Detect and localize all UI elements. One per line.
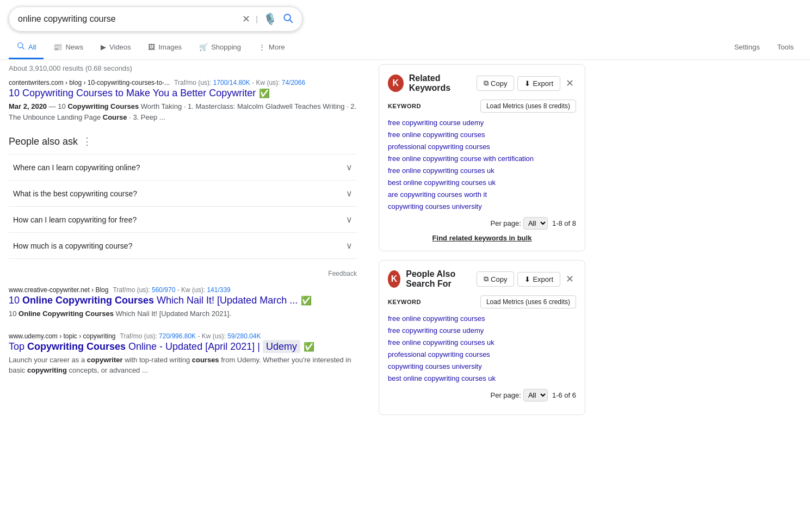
panel-title-row: K Related Keywords bbox=[388, 73, 477, 93]
find-related-keywords-bulk-link[interactable]: Find related keywords in bulk bbox=[388, 234, 576, 242]
result-title-2[interactable]: 10 Online Copywriting Courses Which Nail… bbox=[9, 295, 357, 306]
feedback-label[interactable]: Feedback bbox=[328, 270, 357, 277]
pagination-range: 1-8 of 8 bbox=[552, 219, 576, 227]
verified-icon-2: ✅ bbox=[301, 295, 312, 306]
keyword-link[interactable]: free copywriting course udemy bbox=[388, 119, 484, 127]
tab-images[interactable]: 🖼 Images bbox=[140, 38, 189, 58]
keyword-link[interactable]: free copywriting course udemy bbox=[388, 326, 484, 335]
export-icon-2: ⬇ bbox=[524, 275, 530, 283]
paa-more-icon[interactable]: ⋮ bbox=[82, 135, 92, 147]
news-tab-icon: 📰 bbox=[53, 43, 62, 51]
result-url-2: www.creative-copywriter.net › Blog Traf/… bbox=[9, 286, 357, 294]
all-tab-icon bbox=[16, 41, 25, 52]
related-keywords-copy-button[interactable]: ⧉ Copy bbox=[477, 76, 514, 91]
list-item: copywriting courses university bbox=[388, 362, 576, 370]
related-keywords-export-button[interactable]: ⬇ Export bbox=[517, 76, 560, 91]
search-input[interactable] bbox=[18, 14, 242, 24]
keyword-link[interactable]: best online copywriting courses uk bbox=[388, 178, 496, 187]
microphone-icon[interactable]: 🎙️ bbox=[263, 13, 277, 26]
right-column: K Related Keywords ⧉ Copy ⬇ Export ✕ KE bbox=[379, 64, 585, 424]
keyword-link[interactable]: free online copywriting courses uk bbox=[388, 166, 494, 175]
related-keywords-panel: K Related Keywords ⧉ Copy ⬇ Export ✕ KE bbox=[379, 64, 585, 251]
clear-icon[interactable]: ✕ bbox=[242, 13, 250, 25]
per-page-selector-2: Per page: All 10 25 bbox=[491, 389, 548, 401]
list-item: free online copywriting courses bbox=[388, 130, 576, 139]
tools-label: Tools bbox=[777, 43, 794, 51]
search-result-1: contentwriters.com › blog › 10-copywriti… bbox=[9, 79, 357, 122]
paa-item-3[interactable]: How can I learn copywriting for free? ∨ bbox=[9, 206, 357, 232]
related-keywords-close-button[interactable]: ✕ bbox=[564, 77, 576, 89]
result-title-3[interactable]: Top Copywriting Courses Online - Updated… bbox=[9, 341, 357, 352]
paa-question-4: How much is a copywriting course? bbox=[13, 242, 132, 250]
people-search-close-button[interactable]: ✕ bbox=[564, 273, 576, 285]
tab-more-label: More bbox=[269, 43, 285, 51]
images-tab-icon: 🖼 bbox=[148, 43, 155, 51]
search-result-2: www.creative-copywriter.net › Blog Traf/… bbox=[9, 286, 357, 319]
people-also-search-panel: K People Also Search For ⧉ Copy ⬇ Export… bbox=[379, 260, 585, 415]
related-keywords-column-header: KEYWORD Load Metrics (uses 8 credits) bbox=[388, 100, 576, 113]
people-search-pagination: Per page: All 10 25 1-6 of 6 bbox=[388, 389, 576, 401]
keyword-link[interactable]: free online copywriting courses bbox=[388, 314, 485, 323]
list-item: free copywriting course udemy bbox=[388, 118, 576, 127]
panel-actions: ⧉ Copy ⬇ Export ✕ bbox=[477, 76, 576, 91]
pagination-range-2: 1-6 of 6 bbox=[552, 391, 576, 399]
keyword-link[interactable]: are copywriting courses worth it bbox=[388, 190, 487, 199]
tab-news[interactable]: 📰 News bbox=[46, 38, 91, 58]
keyword-link[interactable]: free online copywriting courses uk bbox=[388, 338, 494, 347]
result-url-3: www.udemy.com › topic › copywriting Traf… bbox=[9, 332, 357, 340]
search-bar-container: ✕ | 🎙️ bbox=[0, 0, 810, 32]
paa-chevron-2: ∨ bbox=[346, 188, 353, 199]
result-desc-1: Mar 2, 2020 — 10 Copywriting Courses Wor… bbox=[9, 101, 357, 122]
per-page-selector: Per page: All 10 25 bbox=[491, 217, 548, 230]
related-keywords-list: free copywriting course udemy free onlin… bbox=[388, 118, 576, 211]
more-tab-icon: ⋮ bbox=[258, 43, 265, 51]
paa-item-4[interactable]: How much is a copywriting course? ∨ bbox=[9, 232, 357, 259]
panel-title-row-2: K People Also Search For bbox=[388, 269, 477, 289]
people-also-search-header: K People Also Search For ⧉ Copy ⬇ Export… bbox=[388, 269, 576, 289]
svg-line-3 bbox=[22, 47, 24, 50]
people-search-copy-button[interactable]: ⧉ Copy bbox=[477, 271, 514, 287]
people-search-export-button[interactable]: ⬇ Export bbox=[517, 272, 560, 287]
related-keywords-pagination: Per page: All 10 25 1-8 of 8 bbox=[388, 217, 576, 230]
paa-item-2[interactable]: What is the best copywriting course? ∨ bbox=[9, 180, 357, 206]
result-title-1[interactable]: 10 Copywriting Courses to Make You a Bet… bbox=[9, 88, 357, 99]
list-item: free online copywriting courses bbox=[388, 314, 576, 323]
tools-tab[interactable]: Tools bbox=[770, 38, 801, 58]
people-also-search-title: People Also Search For bbox=[406, 269, 477, 289]
per-page-select-2[interactable]: All 10 25 bbox=[523, 389, 548, 401]
copy-icon-2: ⧉ bbox=[484, 275, 489, 283]
related-keywords-header: K Related Keywords ⧉ Copy ⬇ Export ✕ bbox=[388, 73, 576, 93]
tab-videos-label: Videos bbox=[109, 43, 131, 51]
paa-title: People also ask bbox=[9, 136, 78, 147]
tab-images-label: Images bbox=[158, 43, 182, 51]
svg-line-1 bbox=[290, 20, 293, 22]
verified-icon-1: ✅ bbox=[259, 88, 270, 98]
k-logo: K bbox=[388, 75, 404, 92]
tab-news-label: News bbox=[65, 43, 83, 51]
paa-chevron-4: ∨ bbox=[346, 240, 353, 251]
per-page-select[interactable]: All 10 25 bbox=[523, 217, 548, 230]
results-count: About 3,910,000 results (0.68 seconds) bbox=[9, 64, 357, 72]
search-result-3: www.udemy.com › topic › copywriting Traf… bbox=[9, 332, 357, 376]
tab-more[interactable]: ⋮ More bbox=[251, 38, 293, 58]
settings-tab[interactable]: Settings bbox=[727, 38, 768, 58]
tab-videos[interactable]: ▶ Videos bbox=[93, 38, 139, 58]
keyword-link[interactable]: professional copywriting courses bbox=[388, 143, 490, 151]
tab-all[interactable]: All bbox=[9, 36, 44, 59]
tab-shopping-label: Shopping bbox=[211, 43, 241, 51]
search-icon[interactable] bbox=[282, 13, 293, 26]
related-keywords-title: Related Keywords bbox=[409, 73, 477, 93]
search-tabs: All 📰 News ▶ Videos 🖼 Images 🛒 Shopping … bbox=[0, 32, 810, 60]
keyword-link[interactable]: copywriting courses university bbox=[388, 362, 482, 370]
verified-icon-3: ✅ bbox=[304, 342, 314, 352]
keyword-link[interactable]: best online copywriting courses uk bbox=[388, 374, 496, 382]
load-metrics-button[interactable]: Load Metrics (uses 8 credits) bbox=[480, 100, 576, 113]
people-search-load-metrics-button[interactable]: Load Metrics (uses 6 credits) bbox=[480, 295, 576, 308]
keyword-link[interactable]: free online copywriting courses bbox=[388, 131, 485, 139]
keyword-link[interactable]: free online copywriting course with cert… bbox=[388, 154, 534, 163]
keyword-link[interactable]: professional copywriting courses bbox=[388, 350, 490, 358]
keyword-link[interactable]: copywriting courses university bbox=[388, 202, 482, 211]
paa-question-2: What is the best copywriting course? bbox=[13, 189, 137, 198]
paa-item-1[interactable]: Where can I learn copywriting online? ∨ bbox=[9, 154, 357, 180]
tab-shopping[interactable]: 🛒 Shopping bbox=[191, 38, 249, 58]
